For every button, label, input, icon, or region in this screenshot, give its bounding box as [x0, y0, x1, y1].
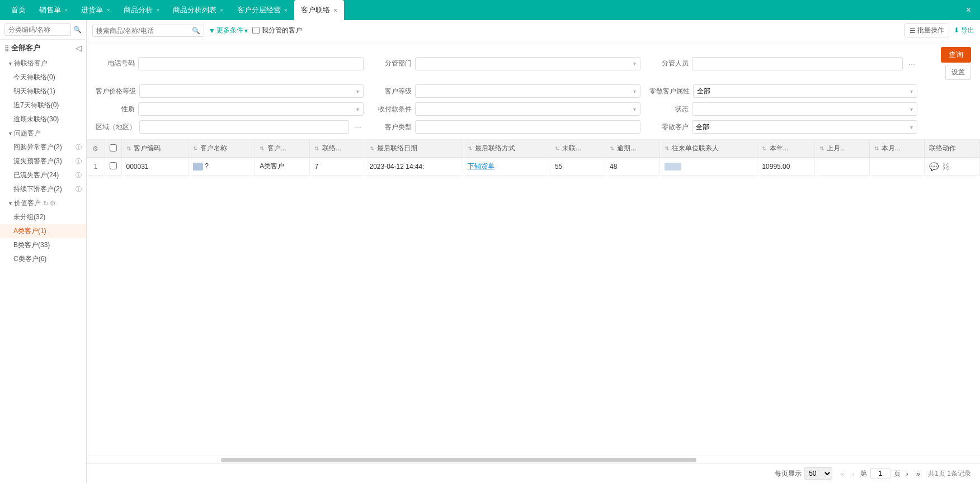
- sidebar-value-group[interactable]: ▾ 价值客户 ↻ ⚙: [0, 196, 86, 210]
- settings-btn[interactable]: 设置: [945, 65, 971, 80]
- nav-tab-product-list[interactable]: 商品分析列表 ×: [166, 0, 230, 20]
- filter-input-region[interactable]: [139, 120, 349, 134]
- close-product-analysis-tab[interactable]: ×: [156, 7, 159, 13]
- sidebar-search-icon[interactable]: 🔍: [73, 26, 82, 34]
- scrollbar-thumb[interactable]: [221, 458, 696, 462]
- export-btn[interactable]: ⬇ 导出: [954, 26, 974, 35]
- filter-label-customer-level: 客户等级: [373, 87, 412, 96]
- last-page-btn[interactable]: »: [914, 470, 922, 478]
- query-btn-col: 查询 设置: [926, 47, 971, 80]
- sidebar-item-class-b[interactable]: B类客户(33): [0, 238, 86, 252]
- col-checkbox-header[interactable]: [105, 140, 121, 158]
- value-settings-icon[interactable]: ⚙: [50, 200, 56, 207]
- nav-home[interactable]: 首页: [4, 5, 32, 15]
- nav-tab-customer-contact[interactable]: 客户联络 ×: [294, 0, 343, 20]
- filter-select-customer-level[interactable]: [415, 84, 640, 98]
- filter-cell-payment: 收付款条件: [373, 102, 649, 116]
- close-purchase-tab[interactable]: ×: [106, 7, 110, 13]
- toolbar-search-input[interactable]: [96, 27, 192, 35]
- action-chat-icon[interactable]: 💬: [929, 162, 939, 171]
- close-customer-tier-tab[interactable]: ×: [284, 7, 288, 13]
- sidebar-item-churned[interactable]: 已流失客户(24) ⓘ: [0, 168, 86, 182]
- sort-icon-this-month: ⇅: [874, 145, 879, 151]
- filter-cell-nature: 性质: [96, 102, 373, 116]
- filter-select-nature[interactable]: [138, 102, 364, 116]
- page-size-select[interactable]: 50 100 200: [804, 467, 832, 480]
- value-refresh-icon[interactable]: ↻: [43, 200, 49, 207]
- sidebar-item-declining[interactable]: 持续下滑客户(2) ⓘ: [0, 182, 86, 196]
- sort-icon-not-contact: ⇅: [555, 145, 559, 151]
- page-number-input[interactable]: [870, 468, 891, 479]
- filter-cell-region: 区域（地区） ···: [96, 120, 373, 134]
- row-checkbox-cell[interactable]: [105, 158, 121, 176]
- my-customers-checkbox[interactable]: [252, 27, 260, 34]
- row-overdue: 48: [605, 158, 660, 176]
- filter-select-status-wrap: [692, 102, 917, 116]
- nav-tab-product-analysis[interactable]: 商品分析 ×: [117, 0, 166, 20]
- filter-select-status[interactable]: [692, 102, 917, 116]
- sidebar-pending-group[interactable]: ▾ 待联络客户: [0, 56, 86, 70]
- sort-icon-last-method: ⇅: [468, 145, 472, 151]
- sidebar-item-churn-warning[interactable]: 流失预警客户(3) ⓘ: [0, 154, 86, 168]
- nav-tab-sales[interactable]: 销售单 ×: [32, 0, 74, 20]
- prev-page-btn[interactable]: ‹: [850, 470, 856, 478]
- page-end-label: 页: [894, 469, 901, 479]
- row-last-method[interactable]: 下销货单: [463, 158, 550, 176]
- filter-cell-customer-level: 客户等级: [373, 84, 649, 98]
- sort-icon-name: ⇅: [193, 145, 197, 151]
- sidebar-item-tomorrow[interactable]: 明天待联络(1): [0, 84, 86, 98]
- filter-input-manager[interactable]: [692, 57, 903, 70]
- next-page-btn[interactable]: ›: [904, 470, 911, 478]
- sidebar-item-today[interactable]: 今天待联络(0): [0, 70, 86, 84]
- settings-col-icon[interactable]: ⚙: [92, 145, 98, 153]
- filter-select-nature-wrap: [138, 102, 364, 116]
- sort-icon-unit-contact: ⇅: [665, 145, 669, 151]
- nav-tab-customer-tier[interactable]: 客户分层经营 ×: [230, 0, 294, 20]
- close-all-btn[interactable]: ×: [962, 5, 976, 15]
- col-settings[interactable]: ⚙: [87, 140, 105, 158]
- filter-select-customer-level-wrap: [415, 84, 640, 98]
- filter-input-customer-type[interactable]: [415, 120, 640, 134]
- toolbar-search-icon[interactable]: 🔍: [192, 27, 200, 35]
- filter-select-retail[interactable]: 全部: [692, 120, 917, 134]
- filter-select-retail-attr-wrap: 全部: [693, 84, 917, 98]
- sidebar-item-class-c[interactable]: C类客户(6): [0, 252, 86, 266]
- sidebar-item-class-a[interactable]: A类客户(1): [0, 224, 86, 238]
- filter-label-price-level: 客户价格等级: [96, 87, 136, 96]
- close-customer-contact-tab[interactable]: ×: [333, 7, 337, 13]
- last-method-link[interactable]: 下销货单: [468, 162, 494, 170]
- filter-select-price[interactable]: [139, 84, 364, 98]
- sidebar-item-7days[interactable]: 近7天待联络(0): [0, 98, 86, 112]
- select-all-checkbox[interactable]: [110, 144, 117, 151]
- sidebar-item-overdue[interactable]: 逾期未联络(30): [0, 112, 86, 126]
- filter-select-retail-attr[interactable]: 全部: [693, 84, 917, 98]
- sidebar-problem-group[interactable]: ▾ 问题客户: [0, 126, 86, 140]
- row-checkbox[interactable]: [110, 162, 117, 169]
- close-product-list-tab[interactable]: ×: [220, 7, 223, 13]
- filter-select-price-wrap: [139, 84, 364, 98]
- batch-icon: ☰: [910, 27, 916, 35]
- sidebar-item-repurchase[interactable]: 回购异常客户(2) ⓘ: [0, 140, 86, 154]
- action-link-icon[interactable]: ⛓: [942, 162, 950, 171]
- action-icons-wrap: 💬 ⛓: [929, 162, 975, 171]
- filter-select-dept[interactable]: [415, 57, 640, 70]
- filter-panel: 电话号码 分管部门 分管人员 ··· 查询: [87, 41, 980, 140]
- sidebar-collapse-btn[interactable]: ◁: [76, 44, 82, 53]
- sidebar-search-input[interactable]: [4, 23, 71, 36]
- arrow-down-icon3: ▾: [9, 200, 12, 206]
- sidebar-item-ungrouped[interactable]: 未分组(32): [0, 210, 86, 224]
- query-btn[interactable]: 查询: [941, 47, 971, 63]
- filter-select-payment[interactable]: [415, 102, 640, 116]
- filter-dots-region[interactable]: ···: [352, 122, 364, 131]
- col-last-month: ⇅ 上月...: [814, 140, 869, 158]
- filter-more-btn[interactable]: ▼ 更多条件 ▾: [209, 26, 248, 35]
- filter-input-phone[interactable]: [138, 57, 364, 70]
- sidebar-all-customers[interactable]: ⣿ 全部客户 ◁: [0, 40, 86, 56]
- nav-tab-purchase[interactable]: 进货单 ×: [74, 0, 116, 20]
- close-sales-tab[interactable]: ×: [64, 7, 68, 13]
- filter-dots-manager[interactable]: ···: [906, 59, 917, 68]
- col-this-month: ⇅ 本月...: [869, 140, 924, 158]
- first-page-btn[interactable]: «: [838, 470, 846, 478]
- horizontal-scrollbar[interactable]: [87, 456, 980, 463]
- batch-ops-btn[interactable]: ☰ 批量操作: [904, 23, 949, 37]
